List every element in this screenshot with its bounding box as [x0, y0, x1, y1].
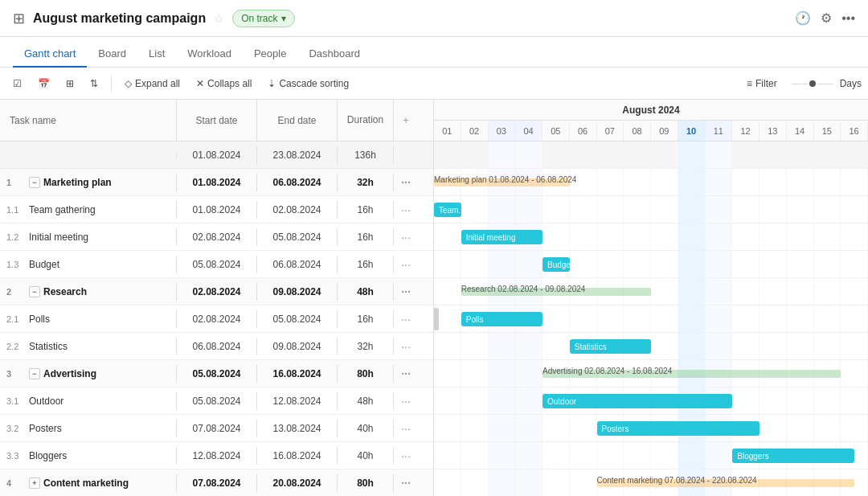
collapse-button[interactable]: + [29, 478, 40, 489]
gantt-cell [434, 387, 461, 414]
gantt-chart: August 2024 0102030405060708091011121314… [434, 100, 868, 496]
row-1-dur: 32h [338, 174, 394, 191]
row-2-2-start: 06.08.2024 [177, 338, 257, 355]
row-2-1-more[interactable]: ··· [394, 313, 418, 326]
gantt-cell [706, 442, 733, 469]
row-1-start: 01.08.2024 [177, 174, 257, 191]
gantt-cell [461, 415, 489, 441]
row-num: 3.3 [6, 451, 26, 461]
checkbox-toggle-btn[interactable]: ☑ [6, 75, 28, 92]
row-3-2-more[interactable]: ··· [394, 422, 418, 435]
gantt-cell [706, 141, 733, 168]
gantt-bar[interactable]: Statistics [570, 339, 651, 354]
table-row: 1.3 Budget 05.08.2024 06.08.2024 16h ··· [0, 251, 433, 278]
status-badge[interactable]: On track ▾ [232, 10, 294, 27]
tab-board[interactable]: Board [87, 41, 137, 68]
row-2-2-more[interactable]: ··· [394, 340, 418, 353]
gantt-cell [760, 333, 787, 359]
add-column-button[interactable]: + [394, 100, 418, 141]
header-actions: 🕐 ⚙ ••• [795, 10, 855, 26]
row-3-more[interactable]: ··· [394, 367, 418, 380]
day-header-05: 05 [542, 121, 570, 141]
row-2-more[interactable]: ··· [394, 285, 418, 298]
tab-dashboard[interactable]: Dashboard [297, 41, 371, 68]
task-table: Task name Start date End date Duration +… [0, 100, 434, 496]
gantt-cell [489, 442, 516, 469]
day-header-03: 03 [489, 121, 516, 141]
gantt-cell [678, 305, 706, 332]
gantt-cell [787, 333, 814, 359]
gantt-cell [787, 169, 814, 195]
gantt-cell [651, 196, 678, 223]
gantt-cell [732, 223, 760, 250]
settings-icon[interactable]: ⚙ [821, 10, 832, 26]
gantt-bar[interactable]: Bloggers [732, 449, 854, 463]
gantt-cell [515, 360, 542, 387]
task-name: Content marketing [43, 478, 129, 489]
row-1-2-more[interactable]: ··· [394, 231, 418, 244]
row-num: 1 [6, 178, 26, 187]
gantt-cell [542, 442, 570, 469]
more-icon[interactable]: ••• [841, 11, 855, 26]
sort-btn[interactable]: ⇅ [84, 75, 104, 92]
tab-list[interactable]: List [137, 41, 176, 68]
row-1-3-more[interactable]: ··· [394, 258, 418, 271]
gantt-bar[interactable]: Budget [542, 257, 570, 272]
days-label[interactable]: Days [840, 78, 862, 89]
gantt-cell [570, 305, 597, 332]
tab-gantt-chart[interactable]: Gantt chart [13, 41, 87, 68]
gantt-cell [570, 415, 597, 441]
row-3-3-more[interactable]: ··· [394, 449, 418, 462]
gantt-cell [732, 141, 760, 168]
gantt-cell [542, 305, 570, 332]
filter-icon: ≡ [747, 78, 752, 89]
gantt-cell [515, 251, 542, 277]
table-row: 3.3 Bloggers 12.08.2024 16.08.2024 40h ·… [0, 442, 433, 469]
grid-btn[interactable]: ⊞ [59, 75, 80, 92]
gantt-cell [624, 196, 651, 223]
gantt-cell [651, 141, 678, 168]
gantt-bar[interactable]: Polls [461, 312, 542, 326]
collapse-button[interactable]: − [29, 177, 40, 188]
row-1-2-end: 05.08.2024 [257, 228, 338, 246]
gantt-bar[interactable]: Initial meeting [461, 230, 542, 244]
collapse-button[interactable]: − [29, 286, 40, 297]
cascade-sorting-button[interactable]: ⇣ Cascade sorting [261, 75, 355, 92]
star-icon[interactable]: ☆ [214, 12, 224, 25]
table-row: 1.2 Initial meeting 02.08.2024 05.08.202… [0, 223, 433, 251]
collapse-all-button[interactable]: ✕ Collaps all [190, 75, 258, 92]
gantt-cell [814, 415, 841, 441]
task-name: Budget [29, 259, 59, 270]
row-3-1-start: 05.08.2024 [177, 392, 257, 410]
row-1-1-more[interactable]: ··· [394, 203, 418, 216]
timeline-zoom[interactable]: —— —— [792, 79, 833, 88]
gantt-bar[interactable]: Team.. [434, 203, 461, 217]
gantt-bar[interactable]: Posters [597, 421, 760, 436]
expand-all-button[interactable]: ◇ Expand all [118, 75, 186, 92]
row-4-more[interactable]: ··· [394, 477, 418, 490]
filter-button[interactable]: ≡ Filter [739, 75, 785, 92]
history-icon[interactable]: 🕐 [795, 10, 811, 26]
gantt-cell [597, 442, 624, 469]
gantt-bar[interactable]: Outdoor [542, 394, 732, 408]
task-name: Team gathering [29, 204, 96, 215]
row-3-1-more[interactable]: ··· [394, 395, 418, 408]
tab-people[interactable]: People [243, 41, 297, 68]
filter-label: Filter [755, 78, 777, 89]
collapse-button[interactable]: − [29, 368, 40, 379]
table-body: 01.08.2024 23.08.2024 136h 1 − Marketing… [0, 141, 433, 496]
main-content: Task name Start date End date Duration +… [0, 100, 868, 496]
calendar-btn[interactable]: 📅 [31, 75, 56, 92]
task-name: Statistics [29, 341, 68, 352]
table-row: 3.2 Posters 07.08.2024 13.08.2024 40h ··… [0, 415, 433, 442]
gantt-cell [461, 141, 489, 168]
gantt-cell [542, 223, 570, 250]
tab-workload[interactable]: Workload [176, 41, 243, 68]
row-1-more[interactable]: ··· [394, 176, 418, 189]
table-header: Task name Start date End date Duration + [0, 100, 433, 141]
project-title: August marketing campaign [33, 11, 206, 26]
gantt-cell [570, 469, 597, 496]
gantt-collapse-handle[interactable]: ‹ [434, 308, 439, 330]
gantt-cell [841, 360, 868, 387]
gantt-cell [787, 278, 814, 305]
